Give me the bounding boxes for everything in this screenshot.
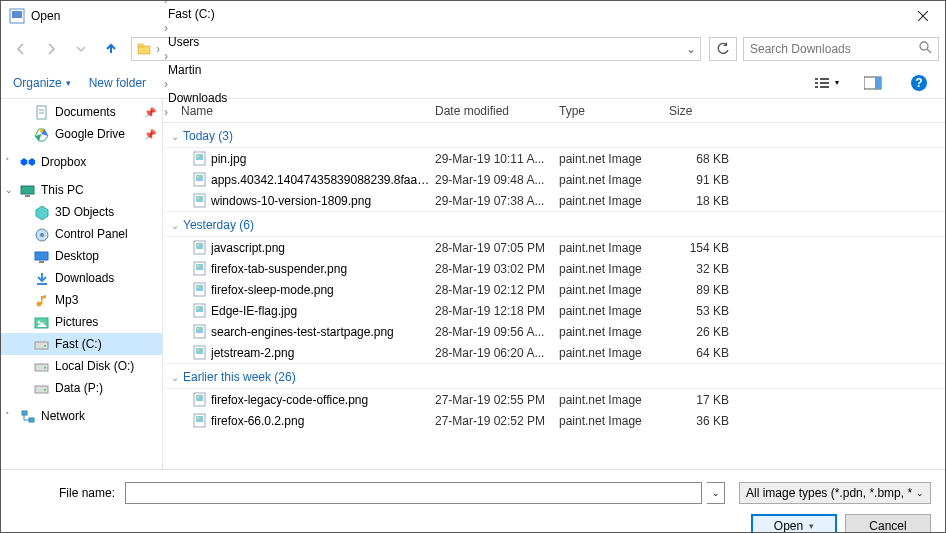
- sidebar: Documents📌Google Drive📌˃Dropbox⌄This PC3…: [1, 99, 163, 469]
- svg-rect-44: [35, 364, 48, 371]
- file-type: paint.net Image: [559, 194, 669, 208]
- svg-rect-9: [815, 82, 818, 84]
- file-row[interactable]: search-engines-test-startpage.png28-Mar-…: [163, 321, 945, 342]
- group-header[interactable]: ⌄Today (3): [163, 123, 945, 148]
- column-size[interactable]: Size: [669, 104, 749, 118]
- chevron-right-icon[interactable]: ›: [162, 77, 170, 91]
- svg-rect-47: [44, 389, 46, 391]
- sidebar-item[interactable]: Pictures: [1, 311, 162, 333]
- sidebar-label: Desktop: [55, 249, 99, 263]
- svg-rect-46: [35, 386, 48, 393]
- svg-rect-5: [138, 44, 143, 47]
- expand-icon[interactable]: ˃: [5, 157, 10, 167]
- svg-point-37: [36, 301, 41, 306]
- breadcrumb-segment[interactable]: Users: [162, 35, 233, 49]
- sidebar-item[interactable]: Documents📌: [1, 101, 162, 123]
- sidebar-item[interactable]: ˃Network: [1, 405, 162, 427]
- column-date[interactable]: Date modified: [435, 104, 559, 118]
- organize-menu[interactable]: Organize▾: [13, 76, 71, 90]
- chevron-right-icon[interactable]: ›: [154, 42, 162, 56]
- sidebar-item[interactable]: Fast (C:): [1, 333, 162, 355]
- file-type: paint.net Image: [559, 152, 669, 166]
- sidebar-label: 3D Objects: [55, 205, 114, 219]
- file-row[interactable]: firefox-tab-suspender.png28-Mar-19 03:02…: [163, 258, 945, 279]
- file-row[interactable]: firefox-66.0.2.png27-Mar-19 02:52 PMpain…: [163, 410, 945, 431]
- up-button[interactable]: [97, 35, 125, 63]
- cp-icon: [33, 226, 49, 242]
- doc-icon: [33, 104, 49, 120]
- sidebar-item[interactable]: Desktop: [1, 245, 162, 267]
- sidebar-item[interactable]: Local Disk (O:): [1, 355, 162, 377]
- app-icon: [9, 8, 25, 24]
- file-row[interactable]: firefox-legacy-code-office.png27-Mar-19 …: [163, 389, 945, 410]
- chevron-right-icon[interactable]: ›: [162, 49, 170, 63]
- disk-icon: [33, 358, 49, 374]
- column-name[interactable]: Name: [181, 104, 435, 118]
- sidebar-item[interactable]: Downloads: [1, 267, 162, 289]
- group-header[interactable]: ⌄Earlier this week (26): [163, 363, 945, 389]
- split-dropdown-icon[interactable]: ▾: [809, 521, 814, 531]
- svg-rect-42: [35, 342, 48, 349]
- file-row[interactable]: Edge-IE-flag.jpg28-Mar-19 12:18 PMpaint.…: [163, 300, 945, 321]
- svg-point-33: [40, 233, 44, 237]
- cancel-button[interactable]: Cancel: [845, 514, 931, 533]
- sidebar-item[interactable]: Control Panel: [1, 223, 162, 245]
- chevron-right-icon[interactable]: ›: [162, 21, 170, 35]
- file-type-filter[interactable]: All image types (*.pdn, *.bmp, *⌄: [739, 482, 931, 504]
- refresh-button[interactable]: [709, 37, 737, 61]
- svg-point-60: [197, 197, 199, 199]
- svg-rect-34: [35, 252, 48, 260]
- new-folder-button[interactable]: New folder: [89, 76, 146, 90]
- svg-point-72: [197, 307, 199, 309]
- breadcrumb-segment[interactable]: Fast (C:): [162, 7, 233, 21]
- svg-rect-43: [44, 345, 46, 347]
- svg-rect-13: [820, 86, 829, 88]
- sidebar-item[interactable]: Google Drive📌: [1, 123, 162, 145]
- sidebar-item[interactable]: Data (P:): [1, 377, 162, 399]
- file-row[interactable]: firefox-sleep-mode.png28-Mar-19 02:12 PM…: [163, 279, 945, 300]
- image-file-icon: [191, 261, 207, 277]
- sidebar-item[interactable]: ⌄This PC: [1, 179, 162, 201]
- expand-icon[interactable]: ⌄: [5, 185, 13, 195]
- filename-input[interactable]: [125, 482, 702, 504]
- chevron-right-icon[interactable]: ›: [162, 0, 170, 7]
- close-button[interactable]: [900, 1, 945, 31]
- svg-point-66: [197, 265, 199, 267]
- back-button[interactable]: [7, 35, 35, 63]
- pictures-icon: [33, 314, 49, 330]
- image-file-icon: [191, 392, 207, 408]
- breadcrumb[interactable]: › This PC›Fast (C:)›Users›Martin›Downloa…: [131, 37, 701, 61]
- file-row[interactable]: apps.40342.14047435839088239.8faa635f-..…: [163, 169, 945, 190]
- filename-dropdown[interactable]: ⌄: [707, 482, 725, 504]
- preview-pane-button[interactable]: [859, 71, 887, 95]
- sidebar-item[interactable]: ˃Dropbox: [1, 151, 162, 173]
- expand-icon[interactable]: ˃: [5, 411, 10, 421]
- sidebar-item[interactable]: 3D Objects: [1, 201, 162, 223]
- search-input[interactable]: Search Downloads: [743, 37, 939, 61]
- svg-rect-12: [820, 82, 829, 84]
- file-row[interactable]: windows-10-version-1809.png29-Mar-19 07:…: [163, 190, 945, 211]
- file-row[interactable]: pin.jpg29-Mar-19 10:11 A...paint.net Ima…: [163, 148, 945, 169]
- sidebar-label: Data (P:): [55, 381, 103, 395]
- column-type[interactable]: Type: [559, 104, 669, 118]
- view-options-button[interactable]: ▾: [813, 71, 841, 95]
- file-date: 27-Mar-19 02:55 PM: [435, 393, 559, 407]
- sidebar-item[interactable]: Mp3: [1, 289, 162, 311]
- recent-dropdown[interactable]: [67, 35, 95, 63]
- sidebar-label: Fast (C:): [55, 337, 102, 351]
- group-header[interactable]: ⌄Yesterday (6): [163, 211, 945, 237]
- file-type: paint.net Image: [559, 241, 669, 255]
- forward-button[interactable]: [37, 35, 65, 63]
- file-size: 53 KB: [669, 304, 729, 318]
- file-size: 154 KB: [669, 241, 729, 255]
- file-row[interactable]: javascript.png28-Mar-19 07:05 PMpaint.ne…: [163, 237, 945, 258]
- svg-point-6: [920, 42, 928, 50]
- help-button[interactable]: ?: [905, 71, 933, 95]
- breadcrumb-segment[interactable]: Martin: [162, 63, 233, 77]
- breadcrumb-dropdown[interactable]: ⌄: [682, 42, 700, 56]
- svg-rect-71: [196, 306, 203, 312]
- search-placeholder: Search Downloads: [750, 42, 919, 56]
- chevron-down-icon: ⌄: [171, 372, 179, 383]
- file-row[interactable]: jetstream-2.png28-Mar-19 06:20 A...paint…: [163, 342, 945, 363]
- open-button[interactable]: Open▾: [751, 514, 837, 533]
